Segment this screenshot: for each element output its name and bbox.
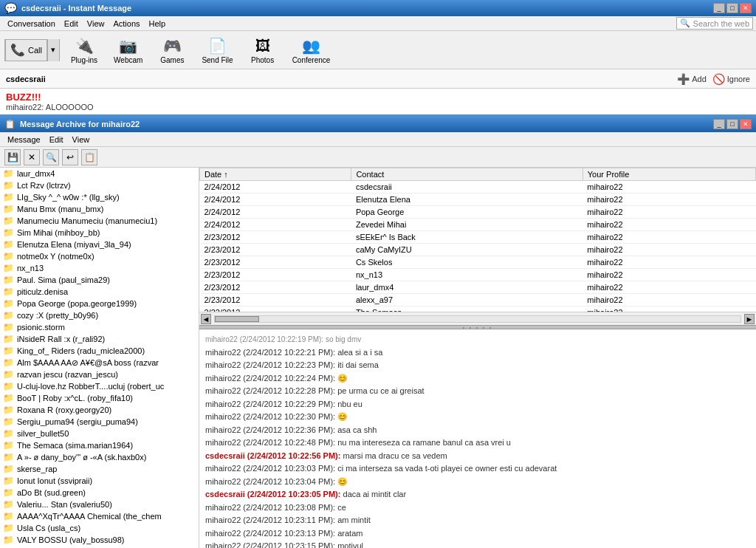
cell-contact: laur_dmx4 [351, 281, 583, 294]
archive-close-button[interactable]: ✕ [740, 119, 752, 129]
contact-item[interactable]: 📁The Semaca (sima.marian1964) [0, 439, 199, 451]
contact-item[interactable]: 📁Popa George (popa.george1999) [0, 298, 199, 309]
table-row[interactable]: 2/23/2012Cs Skelosmihairo22 [200, 256, 756, 269]
folder-icon: 📁 [3, 346, 14, 356]
maximize-button[interactable]: □ [726, 3, 738, 13]
search-tool-button[interactable]: 🔍 [43, 149, 59, 165]
contact-item[interactable]: 📁Sergiu_puma94 (sergiu_puma94) [0, 416, 199, 428]
ignore-label: Ignore [727, 75, 750, 83]
call-dropdown[interactable]: ▾ [47, 39, 59, 61]
copy-tool-button[interactable]: 📋 [81, 149, 97, 165]
contact-item[interactable]: 📁BooT | Roby :x^cL. (roby_fifa10) [0, 392, 199, 404]
contact-item[interactable]: 📁psionic.storm [0, 321, 199, 333]
webcam-icon: 📷 [118, 35, 139, 56]
contact-item[interactable]: 📁nx_n13 [0, 262, 199, 274]
table-row[interactable]: 2/23/2012laur_dmx4mihairo22 [200, 281, 756, 294]
search-bar[interactable]: 🔍 Search the web [676, 17, 753, 30]
contact-item[interactable]: 📁iNsideR Rall :x (r_rali92) [0, 333, 199, 345]
menu-view[interactable]: View [83, 18, 109, 29]
menu-help[interactable]: Help [145, 18, 171, 29]
contact-item[interactable]: 📁Usla Cs (usla_cs) [0, 522, 199, 534]
cell-date: 2/24/2012 [200, 219, 351, 231]
contact-item[interactable]: 📁Roxana R (roxy.georgy20) [0, 404, 199, 416]
archive-maximize-button[interactable]: □ [726, 119, 738, 129]
contact-item[interactable]: 📁Valeriu... Stan (svaleriu50) [0, 499, 199, 510]
refresh-tool-button[interactable]: ↩ [62, 149, 78, 165]
send-file-icon: 📄 [207, 35, 228, 56]
contact-item[interactable]: 📁LIg_Sky ^_^ w0w :* (llg_sky) [0, 191, 199, 203]
cell-profile: mihairo22 [583, 294, 755, 306]
contact-item[interactable]: 📁AAAA^XqTr^AAAA Chemical (the_chem [0, 510, 199, 522]
archive-minimize-button[interactable]: _ [713, 119, 725, 129]
ignore-button[interactable]: 🚫 Ignore [712, 73, 750, 85]
plug-ins-button[interactable]: 🔌 Plug-ins [66, 32, 103, 67]
messages-table: Date ↑ Contact Your Profile 2/24/2012csd… [199, 168, 756, 312]
contact-item[interactable]: 📁Ionut Ionut (ssvipraii) [0, 475, 199, 487]
close-button[interactable]: ✕ [740, 3, 752, 13]
contact-item[interactable]: 📁Lct Rzv (lctrzv) [0, 179, 199, 191]
h-scrollbar-thumb[interactable] [215, 316, 259, 322]
save-tool-button[interactable]: 💾 [4, 149, 21, 165]
col-date[interactable]: Date ↑ [200, 168, 351, 181]
contact-item-name: piticulz.denisa [17, 287, 68, 296]
contact-item[interactable]: 📁silver_bullet50 [0, 428, 199, 439]
contact-item[interactable]: 📁Alm $AAAA AA⊘ A¥€@sA boss (razvar [0, 357, 199, 369]
table-row[interactable]: 2/23/2012alexx_a97mihairo22 [200, 294, 756, 306]
contact-item[interactable]: 📁cozy :X (pretty_b0y96) [0, 309, 199, 321]
table-row[interactable]: 2/23/2012caMy CaMyIZUmihairo22 [200, 244, 756, 256]
cell-profile: mihairo22 [583, 231, 755, 244]
table-row[interactable]: 2/22/2012The Semacamihairo22 [200, 306, 756, 312]
contact-item[interactable]: 📁King_of_ Riders (radu_miclea2000) [0, 345, 199, 357]
contact-item[interactable]: 📁Paul. Sima (paul_sima29) [0, 274, 199, 286]
contact-item[interactable]: 📁aDo Bt (sud.green) [0, 487, 199, 499]
contact-item[interactable]: 📁laur_dmx4 [0, 168, 199, 179]
contact-item[interactable]: 📁U-cluj-love.hz RobberT....ucluj (robert… [0, 380, 199, 392]
archive-menu-message[interactable]: Message [3, 134, 45, 145]
chat-message: mihairo22 (2/24/2012 10:23:11 PM): am mi… [205, 514, 750, 527]
table-row[interactable]: 2/23/2012sEEkEr^ Is Backmihairo22 [200, 231, 756, 244]
menu-edit[interactable]: Edit [60, 18, 83, 29]
h-scroll-bar[interactable]: ◄ ► [199, 312, 756, 325]
cell-date: 2/23/2012 [200, 256, 351, 269]
col-profile[interactable]: Your Profile [583, 168, 755, 181]
scroll-right-button[interactable]: ► [744, 314, 755, 324]
table-row[interactable]: 2/24/2012Popa Georgemihairo22 [200, 206, 756, 219]
h-scrollbar-track[interactable] [214, 315, 741, 323]
webcam-button[interactable]: 📷 Webcam [109, 32, 148, 67]
chat-sender: mihairo22 (2/24/2012 10:22:30 PM): [205, 412, 335, 421]
scroll-left-button[interactable]: ◄ [201, 314, 211, 324]
contact-item[interactable]: 📁VALY BOSSU (valy_bossu98) [0, 534, 199, 546]
contact-item[interactable]: 📁Manu Bmx (manu_bmx) [0, 203, 199, 215]
archive-menu-edit[interactable]: Edit [45, 134, 68, 145]
cell-date: 2/23/2012 [200, 294, 351, 306]
table-row[interactable]: 2/23/2012nx_n13mihairo22 [200, 269, 756, 281]
contact-item-name: Popa George (popa.george1999) [17, 299, 137, 308]
add-button[interactable]: ➕ Add [677, 73, 707, 85]
contact-item[interactable]: 📁Sim Mihai (mihboy_bb) [0, 227, 199, 239]
contact-item[interactable]: 📁A »- ø dany_boy'" ø -«A (sk.haxb0x) [0, 451, 199, 463]
minimize-button[interactable]: _ [713, 3, 725, 13]
contact-item[interactable]: 📁piticulz.denisa [0, 286, 199, 298]
contact-item-name: Sergiu_puma94 (sergiu_puma94) [17, 417, 138, 426]
contact-item[interactable]: 📁notme0x Y (notme0x) [0, 250, 199, 262]
photos-button[interactable]: 🖼 Photos [244, 32, 281, 67]
contact-item[interactable]: 📁skerse_rap [0, 463, 199, 475]
send-file-button[interactable]: 📄 Send File [196, 32, 238, 67]
table-row[interactable]: 2/24/2012csdecsraiimihairo22 [200, 181, 756, 193]
contact-item-name: AAAA^XqTr^AAAA Chemical (the_chem [17, 512, 162, 521]
delete-tool-button[interactable]: ✕ [24, 149, 40, 165]
games-button[interactable]: 🎮 Games [154, 32, 190, 67]
contact-item[interactable]: 📁Manumeciu Manumeciu (manumeciu1) [0, 215, 199, 227]
menu-actions[interactable]: Actions [109, 18, 144, 29]
table-row[interactable]: 2/24/2012Elenutza Elenamihairo22 [200, 193, 756, 206]
call-button[interactable]: 📞 Call [5, 39, 47, 61]
contact-item[interactable]: 📁Elenutza Elena (miyavi_3la_94) [0, 239, 199, 250]
col-contact[interactable]: Contact [351, 168, 583, 181]
menu-conversation[interactable]: Conversation [3, 18, 60, 29]
archive-menu-view[interactable]: View [68, 134, 94, 145]
table-row[interactable]: 2/24/2012Zevedei Mihaimihairo22 [200, 219, 756, 231]
contact-item-name: U-cluj-love.hz RobberT....ucluj (robert_… [17, 382, 164, 391]
menu-bar: Conversation Edit View Actions Help 🔍 Se… [0, 16, 756, 31]
conference-button[interactable]: 👥 Conference [287, 32, 336, 67]
contact-item[interactable]: 📁razvan jescu (razvan_jescu) [0, 369, 199, 380]
